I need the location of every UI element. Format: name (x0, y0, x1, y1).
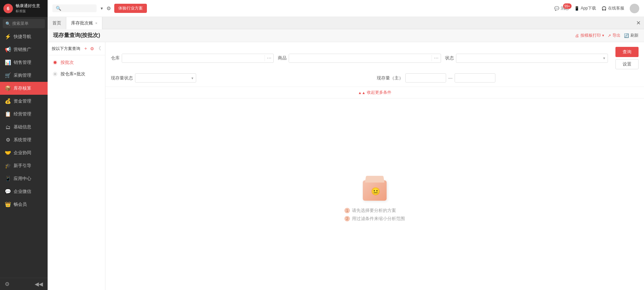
sidebar-item-label: 新手引导 (14, 163, 31, 169)
query-section: 仓库 ··· 商品 ··· 状态 (105, 42, 644, 87)
guide-icon: 🎓 (5, 163, 11, 169)
settings-button[interactable]: 设置 (615, 59, 639, 69)
collapse-bar[interactable]: ▲▲ 收起更多条件 (105, 87, 644, 98)
right-panel: 仓库 ··· 商品 ··· 状态 (105, 42, 644, 290)
topbar-search-input[interactable] (63, 6, 90, 11)
svg-point-1 (54, 61, 56, 64)
warehouse-input[interactable] (122, 54, 265, 62)
tab-inventory-batch[interactable]: 库存批次账 × (66, 17, 102, 29)
scheme-settings-icon[interactable]: ⚙ (90, 46, 94, 51)
refresh-label: 刷新 (630, 33, 639, 38)
sidebar-item-label: 应用中心 (14, 176, 31, 182)
page-title: 现存量查询(按批次) (53, 32, 100, 39)
print-label: 按模板打印 (580, 33, 601, 38)
filter-row-1: 仓库 ··· 商品 ··· 状态 (111, 47, 639, 69)
inventory-qty-max-input[interactable] (455, 73, 495, 83)
scheme-panel-header: 按以下方案查询 ＋ ⚙ 《 (48, 42, 105, 55)
empty-hints: 1 请先选择要分析的方案 2 用过滤条件来缩小分析范围 (344, 207, 405, 222)
status-select[interactable] (456, 54, 608, 63)
refresh-icon: 🔄 (624, 33, 629, 38)
tab-home-label: 首页 (52, 20, 61, 26)
add-scheme-icon[interactable]: ＋ (83, 46, 88, 52)
product-picker-icon[interactable]: ··· (431, 55, 440, 61)
product-input[interactable] (289, 54, 431, 62)
trial-button[interactable]: 体验行业方案 (114, 4, 147, 13)
sidebar-item-finance[interactable]: 💰 资金管理 (0, 95, 48, 108)
online-service-action[interactable]: 🎧 在线客服 (601, 5, 624, 11)
enterprise-icon: 🤝 (5, 150, 11, 156)
inventory-status-label: 现存量状态 (111, 75, 133, 81)
scheme-item-batch[interactable]: 按批次 (48, 57, 105, 68)
warehouse-input-group[interactable]: ··· (122, 54, 274, 63)
sidebar-item-operation[interactable]: 📋 经营管理 (0, 108, 48, 121)
sidebar-item-guide[interactable]: 🎓 新手引导 (0, 159, 48, 172)
sidebar-item-quick-nav[interactable]: ⚡ 快捷导航 (0, 30, 48, 43)
sidebar-item-sales[interactable]: 📊 销售管理 (0, 56, 48, 69)
inventory-status-select[interactable] (135, 73, 196, 83)
hint-1-text: 请先选择要分析的方案 (352, 207, 396, 214)
refresh-action[interactable]: 🔄 刷新 (624, 33, 639, 38)
product-input-group[interactable]: ··· (289, 54, 441, 63)
sidebar-item-label: 经营管理 (14, 111, 31, 117)
message-icon: 💬 (554, 6, 559, 11)
sidebar: 6 畅康通好生意 标准版 🔍 搜索菜单 ⚡ 快捷导航 📢 营销推广 📊 销售管理… (0, 0, 48, 290)
sidebar-search[interactable]: 🔍 搜索菜单 (3, 19, 45, 28)
tab-close-icon[interactable]: × (95, 21, 97, 25)
collapse-panel-icon[interactable]: 《 (96, 46, 101, 52)
export-action[interactable]: ↗ 导出 (608, 33, 621, 38)
scheme-batch-label: 按批次 (61, 59, 74, 66)
sidebar-item-label: 资金管理 (14, 98, 31, 104)
warehouse-label: 仓库 (111, 55, 120, 61)
hint-2: 2 用过滤条件来缩小分析范围 (344, 216, 405, 222)
page-title-actions: 🖨 按模板打印 ▾ ↗ 导出 🔄 刷新 (575, 33, 639, 38)
print-dropdown-icon[interactable]: ▾ (602, 33, 604, 38)
topbar-search-box[interactable]: 🔍 (52, 4, 97, 12)
print-action[interactable]: 🖨 按模板打印 ▾ (575, 33, 604, 38)
sidebar-item-label: 销售管理 (14, 59, 31, 66)
warehouse-picker-icon[interactable]: ··· (265, 55, 273, 61)
search-icon: 🔍 (56, 6, 61, 11)
topbar-gear-icon[interactable]: ⚙ (106, 5, 111, 12)
finance-icon: 💰 (5, 98, 11, 104)
sidebar-item-basic[interactable]: 🗂 基础信息 (0, 121, 48, 133)
basic-icon: 🗂 (5, 124, 11, 130)
sidebar-item-purchase[interactable]: 🛒 采购管理 (0, 69, 48, 82)
tabbar: 首页 库存批次账 × ✕ (48, 17, 644, 29)
warehouse-field: 仓库 ··· (111, 54, 274, 63)
tab-home[interactable]: 首页 (48, 17, 66, 29)
sidebar-item-label: 企业协同 (14, 150, 31, 156)
scheme-header-label: 按以下方案查询 (52, 46, 80, 52)
sidebar-item-inventory[interactable]: 📦 库存核算 (0, 82, 48, 95)
sidebar-item-label: 营销推广 (14, 47, 31, 53)
filter-row-2: 现存量状态 ▾ 现存量（主） — (111, 73, 639, 83)
sidebar-item-marketing[interactable]: 📢 营销推广 (0, 43, 48, 56)
tab-inventory-batch-label: 库存批次账 (71, 20, 93, 26)
settings-icon[interactable]: ⚙ (5, 281, 10, 287)
user-avatar[interactable] (630, 4, 639, 13)
sidebar-item-enterprise[interactable]: 🤝 企业协同 (0, 146, 48, 159)
inventory-qty-min-input[interactable] (405, 73, 446, 83)
panel-close-icon[interactable]: ✕ (636, 20, 641, 26)
messages-action[interactable]: 💬 消息 99+ (554, 5, 569, 11)
query-button[interactable]: 查询 (615, 47, 639, 57)
sidebar-item-system[interactable]: ⚙ 系统管理 (0, 133, 48, 146)
status-select-wrap[interactable]: ▾ (456, 54, 608, 63)
export-icon: ↗ (608, 33, 611, 38)
quick-nav-icon: ⚡ (5, 34, 11, 40)
online-service-label: 在线客服 (608, 5, 624, 11)
export-label: 导出 (612, 33, 621, 38)
dropdown-chevron-icon[interactable]: ▾ (101, 6, 103, 11)
sidebar-item-label: 采购管理 (14, 72, 31, 78)
collapse-sidebar-icon[interactable]: ◀◀ (35, 281, 43, 287)
sidebar-item-label: 畅会员 (14, 201, 27, 207)
status-field: 状态 ▾ (445, 54, 608, 63)
sidebar-item-member[interactable]: 👑 畅会员 (0, 198, 48, 211)
query-actions: 查询 设置 (612, 47, 639, 69)
inventory-status-select-wrap[interactable]: ▾ (135, 73, 196, 83)
empty-state: 😐 1 请先选择要分析的方案 2 用过滤条件来缩小分析范围 (105, 98, 644, 290)
sidebar-item-wechat[interactable]: 💬 企业微信 (0, 185, 48, 198)
svg-point-3 (54, 73, 56, 75)
app-download-action[interactable]: 📱 App下载 (574, 5, 596, 11)
sidebar-item-apps[interactable]: 📱 应用中心 (0, 172, 48, 185)
scheme-item-warehouse-batch[interactable]: 按仓库+批次 (48, 68, 105, 80)
